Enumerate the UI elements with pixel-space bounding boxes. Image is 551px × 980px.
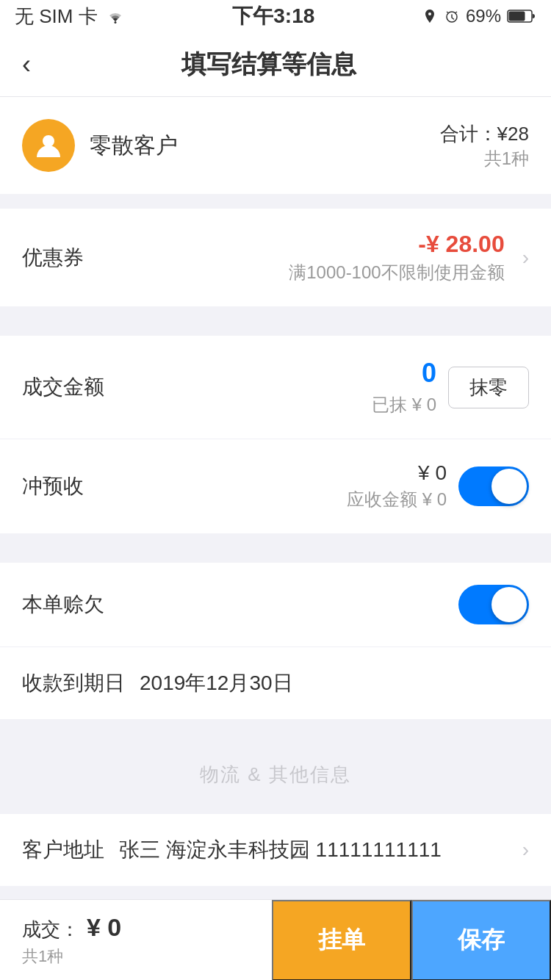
transaction-label: 成交金额 <box>22 373 104 401</box>
transaction-value-group: 0 已抹 ¥ 0 <box>372 358 436 417</box>
coupon-section: 优惠券 -¥ 28.00 满1000-100不限制使用金额 › <box>0 209 551 306</box>
debt-label: 本单赊欠 <box>22 591 104 619</box>
address-row[interactable]: 客户地址 张三 海淀永丰科技园 11111111111 › <box>0 814 551 886</box>
transaction-value[interactable]: 0 <box>372 358 436 389</box>
save-button[interactable]: 保存 <box>411 900 551 981</box>
bottom-summary-row: 成交： ¥ 0 <box>22 913 250 943</box>
location-icon <box>422 8 438 24</box>
status-right: 69% <box>422 6 536 26</box>
battery-percent: 69% <box>466 6 501 26</box>
section-separator-3 <box>0 735 551 749</box>
status-time: 下午3:18 <box>232 2 314 30</box>
nav-bar: ‹ 填写结算等信息 <box>0 32 551 97</box>
coupon-info: -¥ 28.00 满1000-100不限制使用金额 <box>289 231 504 284</box>
debt-toggle-knob <box>491 587 527 622</box>
already-rounded: 已抹 ¥ 0 <box>372 393 436 417</box>
status-left: 无 SIM 卡 <box>15 4 126 29</box>
bottom-summary-amount: ¥ 0 <box>87 913 121 942</box>
address-value: 张三 海淀永丰科技园 11111111111 <box>119 836 502 864</box>
precollect-amount: ¥ 0 <box>347 461 447 485</box>
section-separator-1 <box>0 321 551 336</box>
total-amount: 合计：¥28 <box>440 121 529 147</box>
pending-button[interactable]: 挂单 <box>272 900 411 981</box>
debt-toggle[interactable] <box>458 585 529 624</box>
chevron-right-icon: › <box>522 246 529 270</box>
back-button[interactable]: ‹ <box>22 49 31 80</box>
round-button[interactable]: 抹零 <box>448 367 529 408</box>
coupon-label: 优惠券 <box>22 244 84 272</box>
bottom-summary-count: 共1种 <box>22 945 250 968</box>
svg-point-0 <box>114 21 116 24</box>
address-label: 客户地址 <box>22 836 104 864</box>
address-section: 客户地址 张三 海淀永丰科技园 11111111111 › <box>0 814 551 886</box>
customer-name: 零散客户 <box>90 131 178 161</box>
sim-label: 无 SIM 卡 <box>15 4 98 29</box>
customer-info: 零散客户 <box>22 119 178 172</box>
transaction-section: 成交金额 0 已抹 ¥ 0 抹零 冲预收 ¥ 0 应收金额 ¥ 0 <box>0 336 551 533</box>
customer-section: 零散客户 合计：¥28 共1种 <box>0 97 551 194</box>
status-bar: 无 SIM 卡 下午3:18 69% <box>0 0 551 32</box>
customer-total: 合计：¥28 共1种 <box>440 121 529 170</box>
address-chevron-icon: › <box>522 838 529 862</box>
transaction-row: 成交金额 0 已抹 ¥ 0 抹零 <box>0 336 551 439</box>
section-separator-2 <box>0 548 551 563</box>
battery-icon <box>507 8 536 24</box>
coupon-row[interactable]: 优惠券 -¥ 28.00 满1000-100不限制使用金额 › <box>0 209 551 306</box>
alarm-icon <box>444 8 460 24</box>
due-date-row[interactable]: 收款到期日 2019年12月30日 <box>0 647 551 720</box>
due-date-label: 收款到期日 <box>22 669 125 697</box>
precollect-receivable: 应收金额 ¥ 0 <box>347 488 447 511</box>
bottom-summary: 成交： ¥ 0 共1种 <box>0 913 272 968</box>
due-date-value: 2019年12月30日 <box>140 669 293 697</box>
bottom-summary-label: 成交： <box>22 917 79 943</box>
customer-avatar <box>22 119 75 172</box>
toggle-knob <box>491 469 527 504</box>
precollect-label: 冲预收 <box>22 472 84 500</box>
debt-section: 本单赊欠 收款到期日 2019年12月30日 <box>0 563 551 720</box>
coupon-desc: 满1000-100不限制使用金额 <box>289 261 504 284</box>
wifi-icon <box>105 8 126 24</box>
coupon-right: -¥ 28.00 满1000-100不限制使用金额 › <box>289 231 529 284</box>
logistics-label: 物流 & 其他信息 <box>200 762 351 788</box>
debt-row: 本单赊欠 <box>0 563 551 647</box>
page-title: 填写结算等信息 <box>46 48 492 82</box>
precollect-values: ¥ 0 应收金额 ¥ 0 <box>347 461 447 511</box>
total-count: 共1种 <box>440 147 529 170</box>
logistics-separator: 物流 & 其他信息 <box>0 749 551 799</box>
svg-point-4 <box>43 135 54 147</box>
precollect-row: 冲预收 ¥ 0 应收金额 ¥ 0 <box>0 439 551 533</box>
precollect-right: ¥ 0 应收金额 ¥ 0 <box>347 461 529 511</box>
debt-right <box>458 585 529 624</box>
coupon-amount: -¥ 28.00 <box>289 231 504 258</box>
bottom-bar: 成交： ¥ 0 共1种 挂单 保存 <box>0 899 551 980</box>
precollect-toggle[interactable] <box>458 466 529 506</box>
section-separator-4 <box>0 799 551 814</box>
svg-rect-3 <box>508 12 525 21</box>
transaction-right: 0 已抹 ¥ 0 抹零 <box>372 358 529 417</box>
person-icon <box>34 131 63 160</box>
